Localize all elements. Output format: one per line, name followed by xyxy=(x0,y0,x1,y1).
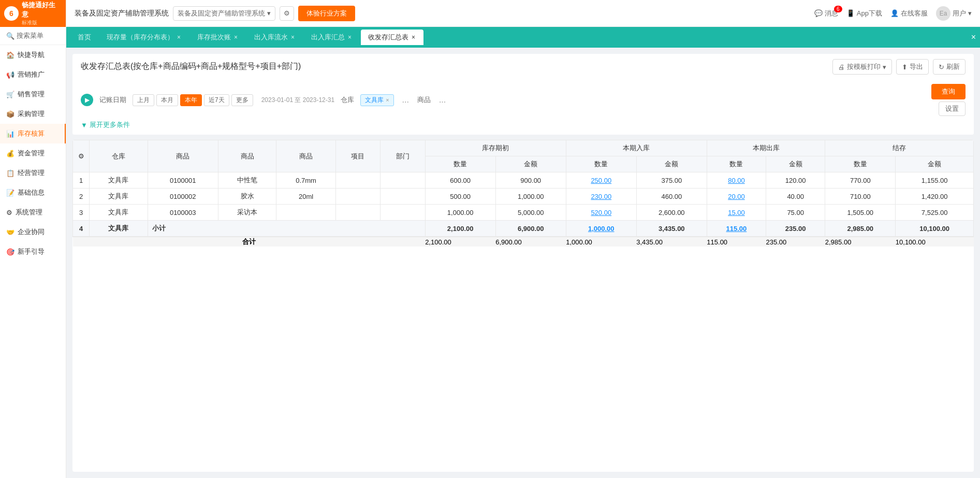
row-out-amt: 120.00 xyxy=(766,172,825,189)
last-month-btn[interactable]: 上月 xyxy=(133,94,154,106)
row-opening-qty: 500.00 xyxy=(425,189,495,205)
row-out-qty[interactable]: 15.00 xyxy=(707,205,766,221)
row-out-qty[interactable]: 20.00 xyxy=(707,189,766,205)
try-industry-button[interactable]: 体验行业方案 xyxy=(298,6,355,21)
sidebar-item-purchase[interactable]: 📦 采购管理 xyxy=(0,104,66,124)
message-icon: 💬 xyxy=(814,9,823,17)
sidebar-item-guide[interactable]: 🎯 新手引导 xyxy=(0,242,66,262)
finance-icon: 💰 xyxy=(6,150,14,157)
tab-inout-flow[interactable]: 出入库流水 × xyxy=(247,30,303,45)
goods-filter-label: 商品 xyxy=(417,95,431,105)
warehouse-tag-remove-button[interactable]: × xyxy=(386,97,389,103)
settings-gear-button[interactable]: ⚙ xyxy=(280,6,294,21)
content-area: 收发存汇总表(按仓库+商品编码+商品+规格型号+项目+部门) 🖨 按模板打印 ▾… xyxy=(66,48,980,478)
tab-inventory-dist[interactable]: 现存量（库存分布表） × xyxy=(99,30,189,45)
col-closing-amt-header: 金额 xyxy=(896,156,974,172)
row-opening-amt: 900.00 xyxy=(495,172,566,189)
sidebar-item-label: 营销推广 xyxy=(18,70,45,79)
main-area: 装备及固定资产辅助管理系统 装备及固定资产辅助管理系统 ▾ ⚙ 体验行业方案 💬… xyxy=(66,0,980,478)
row-out-qty[interactable]: 80.00 xyxy=(707,172,766,189)
row-warehouse: 文具库 xyxy=(90,205,148,221)
message-button[interactable]: 💬 消息 6 xyxy=(814,9,838,18)
row-goods-spec xyxy=(276,205,335,221)
tab-label: 现存量（库存分布表） xyxy=(107,33,174,42)
group-period-in-header: 本期入库 xyxy=(566,140,707,156)
subtotal-in-amt: 3,435.00 xyxy=(636,221,707,237)
subtotal-no: 4 xyxy=(73,221,90,237)
row-opening-qty: 600.00 xyxy=(425,172,495,189)
system-icon: ⚙ xyxy=(6,209,12,216)
row-closing-amt: 7,525.00 xyxy=(896,205,974,221)
app-download-button[interactable]: 📱 App下载 xyxy=(846,9,882,18)
system-dropdown[interactable]: 装备及固定资产辅助管理系统 ▾ xyxy=(173,6,275,21)
row-opening-amt: 5,000.00 xyxy=(495,205,566,221)
row-goods-code: 0100001 xyxy=(148,172,218,189)
expand-conditions-button[interactable]: ▼ 展开更多条件 xyxy=(81,120,130,129)
date-range-display: 2023-01-01 至 2023-12-31 xyxy=(261,96,334,105)
sidebar-item-sales[interactable]: 🛒 销售管理 xyxy=(0,84,66,104)
row-closing-qty: 770.00 xyxy=(825,172,896,189)
this-month-btn[interactable]: 本月 xyxy=(156,94,178,106)
row-in-qty[interactable]: 250.00 xyxy=(566,172,636,189)
sidebar-search[interactable]: 🔍 搜索菜单 xyxy=(0,27,66,45)
sidebar-logo: 6 畅捷通好生意 标准版 xyxy=(0,0,66,27)
tab-close-button[interactable]: × xyxy=(347,34,353,40)
group-period-out-header: 本期出库 xyxy=(707,140,825,156)
col-opening-amt-header: 金额 xyxy=(495,156,566,172)
row-in-qty[interactable]: 230.00 xyxy=(566,189,636,205)
row-project xyxy=(335,189,381,205)
tab-home-label: 首页 xyxy=(78,33,91,42)
row-in-qty[interactable]: 520.00 xyxy=(566,205,636,221)
user-menu-button[interactable]: Ea 用户 ▾ xyxy=(936,6,972,21)
sidebar-item-collab[interactable]: 🤝 企业协同 xyxy=(0,222,66,242)
query-button[interactable]: 查询 xyxy=(931,84,966,99)
goods-more-button[interactable]: ... xyxy=(439,95,446,105)
tab-close-button[interactable]: × xyxy=(290,34,296,40)
message-badge: 6 xyxy=(834,6,842,12)
tab-batch[interactable]: 库存批次账 × xyxy=(190,30,246,45)
sidebar-item-finance[interactable]: 💰 资金管理 xyxy=(0,143,66,163)
data-table: ⚙ 仓库 商品 商品 商品 项目 部门 库存期初 本期入库 本期出库 结存 数量 xyxy=(72,140,974,247)
tab-close-button[interactable]: × xyxy=(411,34,416,40)
row-closing-qty: 1,505.00 xyxy=(825,205,896,221)
row-project xyxy=(335,205,381,221)
filter-settings-button[interactable]: 设置 xyxy=(939,102,966,116)
footer-out-amt: 235.00 xyxy=(766,237,825,247)
row-goods-name: 中性笔 xyxy=(218,172,276,189)
tab-inout-summary[interactable]: 出入库汇总 × xyxy=(304,30,360,45)
sidebar-item-basic[interactable]: 📝 基础信息 xyxy=(0,183,66,202)
sidebar-item-label: 基础信息 xyxy=(18,188,45,197)
more-btn[interactable]: 更多 xyxy=(231,94,253,106)
online-service-button[interactable]: 👤 在线客服 xyxy=(890,9,928,18)
print-button[interactable]: 🖨 按模板打印 ▾ xyxy=(832,59,892,75)
sidebar-item-inventory[interactable]: 📊 库存核算 xyxy=(0,124,66,143)
row-closing-amt: 1,420.00 xyxy=(896,189,974,205)
export-button[interactable]: ⬆ 导出 xyxy=(896,59,929,75)
close-all-tabs-button[interactable]: × xyxy=(971,33,976,42)
sidebar-item-marketing[interactable]: 📢 营销推广 xyxy=(0,65,66,84)
row-dept xyxy=(381,189,426,205)
this-year-btn[interactable]: 本年 xyxy=(180,94,202,106)
subtotal-out-amt: 235.00 xyxy=(766,221,825,237)
refresh-button[interactable]: ↻ 刷新 xyxy=(933,59,966,75)
tab-label: 出入库流水 xyxy=(254,33,288,42)
tab-close-button[interactable]: × xyxy=(233,34,239,40)
tab-home[interactable]: 首页 xyxy=(70,30,98,45)
row-goods-code: 0100002 xyxy=(148,189,218,205)
sidebar-item-system[interactable]: ⚙ 系统管理 xyxy=(0,202,66,222)
subtotal-out-qty[interactable]: 115.00 xyxy=(707,221,766,237)
filter-toggle-button[interactable]: ▶ xyxy=(81,94,93,106)
sidebar-item-operation[interactable]: 📋 经营管理 xyxy=(0,163,66,183)
col-settings-header[interactable]: ⚙ xyxy=(73,140,90,172)
warehouse-more-button[interactable]: ... xyxy=(402,95,409,105)
sidebar-item-quick-nav[interactable]: 🏠 快捷导航 xyxy=(0,45,66,65)
tab-collect-summary[interactable]: 收发存汇总表 × xyxy=(361,30,423,45)
topbar: 装备及固定资产辅助管理系统 装备及固定资产辅助管理系统 ▾ ⚙ 体验行业方案 💬… xyxy=(66,0,980,27)
col-closing-qty-header: 数量 xyxy=(825,156,896,172)
last-7-days-btn[interactable]: 近7天 xyxy=(204,94,229,106)
col-goodsspec-header: 商品 xyxy=(276,140,335,172)
subtotal-in-qty[interactable]: 1,000.00 xyxy=(566,221,636,237)
row-warehouse: 文具库 xyxy=(90,172,148,189)
row-goods-spec: 0.7mm xyxy=(276,172,335,189)
tab-close-button[interactable]: × xyxy=(176,34,182,40)
